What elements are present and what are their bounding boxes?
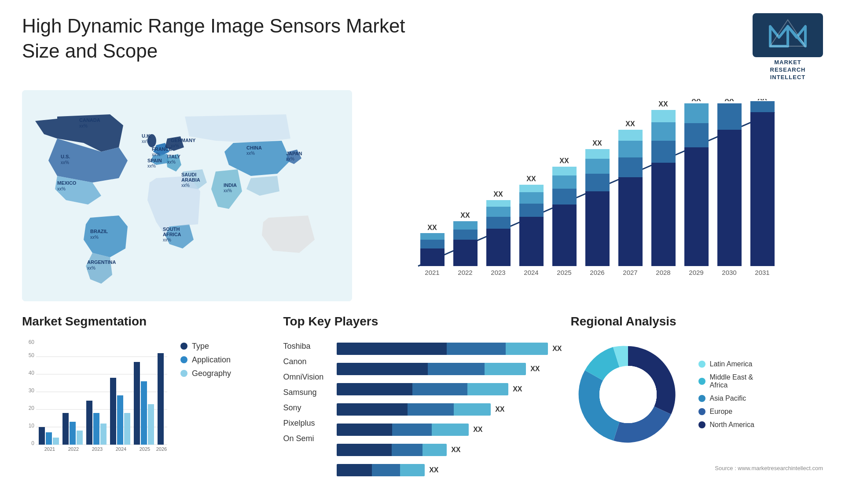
label-latin: Latin America bbox=[710, 360, 753, 368]
svg-text:XX: XX bbox=[526, 175, 536, 183]
svg-text:xx%: xx% bbox=[167, 160, 176, 164]
bar-toshiba bbox=[337, 343, 548, 355]
svg-rect-75 bbox=[618, 157, 643, 177]
svg-text:2021: 2021 bbox=[425, 269, 439, 276]
header: High Dynamic Range Image Sensors Market … bbox=[22, 13, 823, 81]
svg-rect-91 bbox=[717, 130, 742, 266]
svg-text:2027: 2027 bbox=[623, 269, 637, 276]
svg-text:2026: 2026 bbox=[156, 446, 167, 452]
legend-label-geography: Geography bbox=[192, 369, 231, 378]
svg-rect-63 bbox=[552, 189, 577, 205]
segmentation-title: Market Segmentation bbox=[22, 314, 274, 329]
svg-rect-116 bbox=[62, 413, 69, 445]
svg-rect-74 bbox=[618, 177, 643, 266]
bar-label-sony: XX bbox=[473, 426, 482, 434]
bar-mid bbox=[447, 343, 506, 355]
svg-text:2023: 2023 bbox=[92, 446, 103, 452]
svg-text:xx%: xx% bbox=[246, 151, 255, 156]
bar-dark bbox=[337, 403, 408, 416]
svg-text:xx%: xx% bbox=[57, 186, 66, 191]
player-canon: Canon bbox=[283, 357, 323, 366]
application-dot bbox=[180, 356, 187, 363]
bar-label-canon: XX bbox=[530, 365, 540, 373]
bar-chart-container: XX 2021 XX 2022 XX 2023 bbox=[365, 90, 823, 301]
svg-text:0: 0 bbox=[31, 440, 34, 446]
bar-light bbox=[454, 403, 491, 416]
bar-light bbox=[485, 363, 526, 375]
donut-svg bbox=[571, 337, 685, 452]
svg-text:2026: 2026 bbox=[590, 269, 604, 276]
player-onsemi: On Semi bbox=[283, 434, 323, 443]
logo-icon bbox=[766, 18, 810, 53]
bar-mid bbox=[392, 444, 422, 456]
svg-text:ARABIA: ARABIA bbox=[181, 177, 200, 183]
svg-rect-88 bbox=[684, 103, 709, 123]
source-text: Source : www.marketresearchintellect.com bbox=[571, 465, 823, 471]
svg-text:2024: 2024 bbox=[116, 446, 126, 452]
player-samsung: Samsung bbox=[283, 388, 323, 397]
svg-text:MEXICO: MEXICO bbox=[57, 180, 77, 186]
svg-rect-65 bbox=[552, 167, 577, 175]
svg-text:2031: 2031 bbox=[755, 269, 769, 276]
svg-text:xx%: xx% bbox=[87, 266, 96, 270]
regional-legend: Latin America Middle East &Africa Asia P… bbox=[698, 360, 754, 429]
svg-rect-51 bbox=[486, 217, 511, 229]
bar-mid bbox=[372, 464, 400, 476]
regional-panel: Regional Analysis bbox=[571, 314, 823, 504]
svg-rect-132 bbox=[158, 353, 164, 445]
svg-rect-50 bbox=[486, 229, 511, 266]
svg-rect-42 bbox=[420, 233, 445, 240]
bar-pixelplus bbox=[337, 444, 447, 456]
bar-dark bbox=[337, 444, 392, 456]
bar-label-toshiba: XX bbox=[552, 345, 562, 353]
svg-rect-112 bbox=[39, 427, 45, 445]
svg-text:GERMANY: GERMANY bbox=[171, 138, 196, 143]
svg-text:SAUDI: SAUDI bbox=[181, 172, 196, 177]
svg-rect-126 bbox=[124, 413, 130, 445]
svg-rect-71 bbox=[585, 149, 610, 159]
svg-text:30: 30 bbox=[29, 387, 35, 394]
logo-container: MARKET RESEARCH INTELLECT bbox=[753, 13, 823, 81]
bar-row-sony: XX bbox=[337, 423, 562, 437]
svg-text:xx%: xx% bbox=[61, 160, 69, 165]
svg-text:SPAIN: SPAIN bbox=[147, 158, 162, 163]
svg-text:2028: 2028 bbox=[656, 269, 670, 276]
svg-rect-68 bbox=[585, 191, 610, 266]
svg-rect-59 bbox=[519, 185, 544, 192]
bar-dark bbox=[337, 383, 412, 395]
svg-text:ITALY: ITALY bbox=[167, 154, 181, 159]
svg-text:XX: XX bbox=[757, 99, 767, 102]
svg-text:50: 50 bbox=[29, 352, 35, 358]
svg-text:xx%: xx% bbox=[147, 164, 156, 168]
svg-rect-69 bbox=[585, 174, 610, 191]
svg-text:XX: XX bbox=[724, 99, 734, 102]
svg-rect-46 bbox=[453, 230, 478, 240]
legend-mea: Middle East &Africa bbox=[698, 373, 754, 389]
bar-light bbox=[400, 464, 425, 476]
svg-text:2023: 2023 bbox=[491, 269, 505, 276]
svg-rect-113 bbox=[46, 432, 52, 445]
svg-text:xx%: xx% bbox=[286, 157, 294, 161]
legend-item-application: Application bbox=[180, 355, 231, 365]
label-europe: Europe bbox=[710, 408, 733, 416]
svg-rect-121 bbox=[93, 413, 99, 445]
svg-rect-57 bbox=[519, 204, 544, 217]
legend-item-geography: Geography bbox=[180, 369, 231, 378]
bar-chart-svg: XX 2021 XX 2022 XX 2023 bbox=[378, 99, 810, 284]
bar-row-canon: XX bbox=[337, 362, 562, 376]
svg-text:20: 20 bbox=[29, 405, 35, 411]
donut-wrapper bbox=[571, 337, 685, 452]
bar-mid bbox=[408, 403, 454, 416]
svg-text:XX: XX bbox=[493, 190, 503, 198]
svg-text:SOUTH: SOUTH bbox=[163, 226, 180, 232]
players-names: Toshiba Canon OmniVision Samsung Sony Pi… bbox=[283, 337, 323, 443]
dot-apac bbox=[698, 395, 705, 402]
top-section: CANADA xx% U.S. xx% MEXICO xx% BRAZIL xx… bbox=[22, 90, 823, 301]
type-dot bbox=[180, 343, 187, 350]
svg-rect-130 bbox=[148, 404, 154, 445]
svg-text:xx%: xx% bbox=[90, 235, 99, 240]
svg-text:U.S.: U.S. bbox=[61, 154, 70, 159]
svg-text:40: 40 bbox=[29, 370, 35, 376]
svg-rect-83 bbox=[651, 110, 676, 122]
bar-onsemi bbox=[337, 464, 425, 476]
